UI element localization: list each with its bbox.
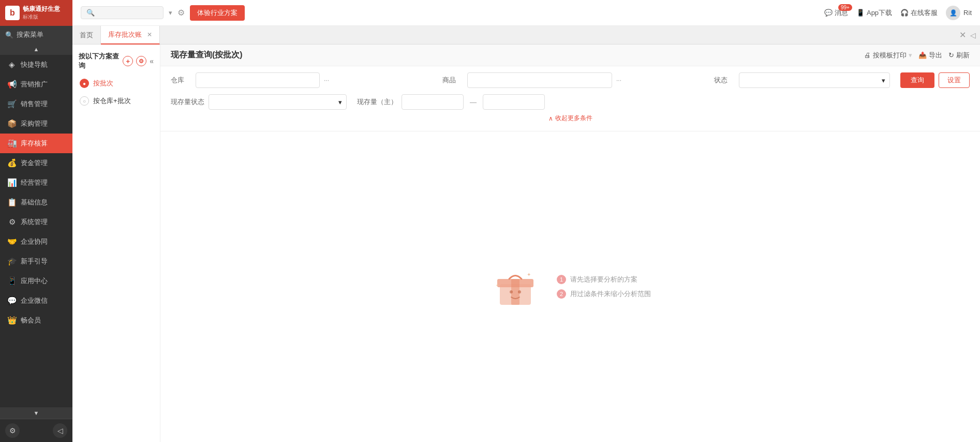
sidebar-scroll-down[interactable]: ▼ [0, 407, 72, 419]
collapse-panel-icon[interactable]: « [150, 57, 154, 65]
sidebar-search[interactable]: 🔍 搜索菜单 [0, 26, 72, 43]
sidebar-item-label: 应用中心 [21, 276, 48, 286]
sidebar-item-inventory[interactable]: 🏭 库存核算 [0, 134, 72, 153]
sidebar-item-purchase[interactable]: 📦 采购管理 [0, 114, 72, 134]
app-logo: b [5, 6, 20, 20]
filter-row-1: 仓库 ··· 商品 ··· 状态 ▾ [171, 72, 970, 88]
settings-footer-btn[interactable]: ⚙ [5, 423, 20, 438]
sidebar-item-label: 基础信息 [21, 198, 48, 207]
tip-text-1: 请先选择要分析的方案 [570, 275, 637, 284]
filter-item-status: 状态 ▾ [714, 72, 890, 88]
sidebar-item-label: 经营管理 [21, 178, 48, 187]
status-select[interactable]: ▾ [739, 72, 890, 88]
manage-plan-btn[interactable]: ⚙ [136, 56, 146, 66]
empty-illustration: ✦ ✦ [489, 261, 541, 313]
main-area: 🔍 ▾ ⚙ 体验行业方案 💬 消息 99+ 📱 App下载 🎧 在线客服 👤 R… [72, 0, 980, 442]
sidebar-item-operation[interactable]: 📊 经营管理 [0, 173, 72, 193]
empty-state: ✦ ✦ 1 请先选择要分析的方案 2 用过滤条件来缩小分析范围 [160, 131, 980, 442]
query-button[interactable]: 查询 [900, 72, 934, 88]
user-name: Rit [963, 9, 972, 17]
plan-item-by-batch[interactable]: ● 按批次 [72, 75, 160, 92]
plan-dot-active: ● [80, 79, 89, 88]
filter-item-stock-qty: 现存量（主） — [357, 94, 564, 110]
online-service-btn[interactable]: 🎧 在线客服 [900, 8, 938, 18]
warehouse-label: 仓库 [171, 76, 191, 85]
sidebar-item-basic-info[interactable]: 📋 基础信息 [0, 193, 72, 212]
sidebar: b 畅康通好生意 标准版 🔍 搜索菜单 ▲ ◈ 快捷导航 📢 营销推广 🛒 销售… [0, 0, 72, 442]
sidebar-item-enterprise[interactable]: 🤝 企业协同 [0, 232, 72, 252]
plan-label: 按仓库+批次 [93, 96, 131, 106]
sidebar-item-label: 库存核算 [21, 139, 48, 148]
print-icon: 🖨 [864, 51, 871, 59]
warehouse-more-btn[interactable]: ··· [324, 77, 329, 84]
filter-item-warehouse: 仓库 ··· [171, 72, 432, 88]
chevron-up-icon: ▲ [34, 46, 39, 52]
sidebar-header: b 畅康通好生意 标准版 [0, 0, 72, 26]
tab-inventory-batch[interactable]: 库存批次账 ✕ [101, 26, 160, 45]
messages-btn[interactable]: 💬 消息 99+ [824, 8, 848, 18]
export-btn[interactable]: 📤 导出 [918, 51, 942, 60]
stock-qty-from-input[interactable] [402, 94, 464, 110]
finance-icon: 💰 [7, 158, 17, 168]
sidebar-footer: ⚙ ◁ [0, 419, 72, 442]
refresh-btn[interactable]: ↻ 刷新 [948, 51, 970, 60]
product-more-btn[interactable]: ··· [616, 77, 621, 84]
topbar-dropdown-icon[interactable]: ▾ [169, 9, 172, 17]
stock-status-label: 现存量状态 [171, 97, 204, 107]
topbar-search-box[interactable]: 🔍 [81, 6, 164, 19]
print-btn[interactable]: 🖨 按模板打印 ▾ [864, 51, 912, 60]
filter-row-2: 现存量状态 ▾ 现存量（主） — [171, 94, 970, 110]
basic-info-icon: 📋 [7, 198, 17, 207]
experience-btn[interactable]: 体验行业方案 [190, 5, 245, 21]
product-label: 商品 [442, 76, 463, 85]
panel-close-btn[interactable]: ✕ [959, 30, 966, 40]
sidebar-scroll-up[interactable]: ▲ [0, 43, 72, 55]
sidebar-item-app-center[interactable]: 📱 应用中心 [0, 271, 72, 291]
stock-status-select[interactable]: ▾ [209, 94, 347, 110]
left-panel: 按以下方案查询 + ⚙ « ● 按批次 ○ 按仓库+批次 [72, 45, 160, 442]
quick-nav-icon: ◈ [7, 60, 17, 69]
svg-point-5 [510, 290, 513, 293]
user-area[interactable]: 👤 Rit [946, 6, 972, 20]
collapse-more-btn[interactable]: ∧ 收起更多条件 [171, 112, 970, 125]
tip-text-2: 用过滤条件来缩小分析范围 [570, 289, 651, 299]
warehouse-input[interactable] [196, 72, 320, 88]
sidebar-item-label: 新手引导 [21, 257, 48, 266]
collapse-sidebar-btn[interactable]: ◁ [53, 423, 67, 438]
sidebar-item-label: 资金管理 [21, 158, 48, 168]
sidebar-item-marketing[interactable]: 📢 营销推广 [0, 75, 72, 94]
marketing-icon: 📢 [7, 80, 17, 89]
settings-button[interactable]: 设置 [939, 72, 970, 88]
tab-home[interactable]: 首页 [72, 26, 101, 45]
sidebar-search-label: 搜索菜单 [17, 30, 43, 39]
collapse-more-label: 收起更多条件 [555, 114, 592, 123]
product-input[interactable] [467, 72, 612, 88]
sidebar-item-newbie[interactable]: 🎓 新手引导 [0, 252, 72, 271]
sidebar-item-system[interactable]: ⚙ 系统管理 [0, 212, 72, 232]
messages-badge: 99+ [838, 4, 852, 11]
sidebar-item-label: 销售管理 [21, 99, 48, 109]
filter-item-product: 商品 ··· [442, 72, 704, 88]
topbar-settings-icon[interactable]: ⚙ [177, 8, 185, 18]
sidebar-item-finance[interactable]: 💰 资金管理 [0, 153, 72, 173]
tab-close-icon[interactable]: ✕ [147, 31, 152, 38]
sidebar-item-label: 畅会员 [21, 316, 41, 325]
refresh-btn-label: 刷新 [956, 51, 970, 60]
sidebar-item-wechat[interactable]: 💬 企业微信 [0, 291, 72, 311]
panel-expand-icon[interactable]: ◁ [970, 31, 976, 39]
left-panel-header: 按以下方案查询 + ⚙ « [72, 50, 160, 75]
newbie-icon: 🎓 [7, 257, 17, 266]
page-title: 现存量查询(按批次) [171, 50, 243, 61]
plan-item-by-warehouse-batch[interactable]: ○ 按仓库+批次 [72, 92, 160, 110]
sidebar-item-sales[interactable]: 🛒 销售管理 [0, 94, 72, 114]
plan-dot-inactive: ○ [80, 96, 89, 106]
app-download-btn[interactable]: 📱 App下载 [856, 8, 892, 18]
sidebar-item-label: 采购管理 [21, 119, 48, 128]
search-icon: 🔍 [5, 31, 13, 39]
add-plan-btn[interactable]: + [123, 56, 133, 66]
sidebar-item-quick-nav[interactable]: ◈ 快捷导航 [0, 55, 72, 75]
online-service-label: 在线客服 [911, 8, 938, 18]
sidebar-item-member[interactable]: 👑 畅会员 [0, 311, 72, 330]
operation-icon: 📊 [7, 178, 17, 187]
stock-qty-to-input[interactable] [483, 94, 545, 110]
